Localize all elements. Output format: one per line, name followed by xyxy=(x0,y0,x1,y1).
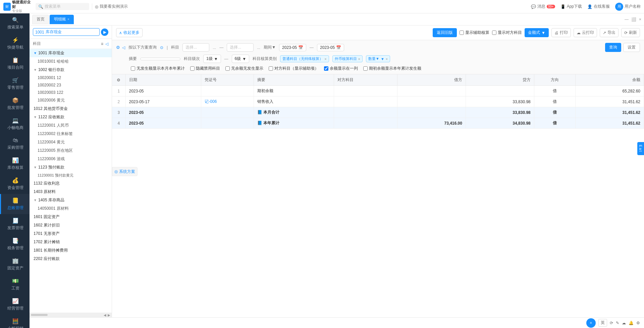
back-to-old-btn[interactable]: 返回旧版 xyxy=(433,28,457,37)
tree-item-10020001[interactable]: 10020001 12 xyxy=(30,74,112,81)
sidebar-item-ecommerce[interactable]: 💻 小畅电商 xyxy=(0,114,30,134)
sidebar-item-payroll[interactable]: 💵 工资 xyxy=(0,274,30,294)
sidebar-item-operations[interactable]: 📈 经营管理 xyxy=(0,294,30,315)
sidebar-item-capital[interactable]: 💰 资金管理 xyxy=(0,174,30,194)
app-download-btn[interactable]: 📱 App下载 xyxy=(560,4,582,9)
tag-foreign-currency[interactable]: 外币核算科目 × xyxy=(332,55,363,62)
sidebar-item-tax[interactable]: 📑 税务管理 xyxy=(0,234,30,254)
tag-close-icon2[interactable]: × xyxy=(358,57,360,61)
online-service-btn[interactable]: 👤 在线客服 xyxy=(587,4,610,9)
tag-quantity[interactable]: 数量▼ ▼ × xyxy=(366,55,390,62)
query-settings-icon[interactable]: ⚙ xyxy=(116,45,120,50)
tree-item-11220001[interactable]: 11220001 人民币 xyxy=(30,121,112,130)
float-btn[interactable]: ≡ xyxy=(586,318,596,328)
show-auxiliary-input[interactable] xyxy=(460,30,464,35)
expand-more-btn[interactable]: ∧ 收起更多 xyxy=(116,28,143,37)
tree-item-1403[interactable]: 1403 原材料 xyxy=(30,188,112,196)
account-selector[interactable]: 1001 库存现金 xyxy=(33,28,100,36)
tree-header-icon-list[interactable]: ≡ xyxy=(101,42,103,46)
tree-item-1601[interactable]: 1601 固定资产 xyxy=(30,213,112,221)
export-btn[interactable]: ↗ 导出 xyxy=(600,28,619,37)
cloud-icon[interactable]: ☁ xyxy=(622,321,626,325)
demo-btn[interactable]: ◎ 我要看实例演示 xyxy=(95,4,128,9)
window-minimize-icon[interactable]: — xyxy=(625,17,629,22)
col-balance[interactable]: 余额 xyxy=(576,74,644,86)
tree-item-1001[interactable]: ▼ 1001 库存现金 xyxy=(30,49,112,57)
tree-item-11230001[interactable]: 11230001 预付款黄元 xyxy=(30,172,112,179)
period-from-input[interactable]: 2023-05 📅 xyxy=(279,44,306,51)
tag-close-icon[interactable]: × xyxy=(324,57,326,61)
user-avatar[interactable]: 用 用户名称 xyxy=(615,3,641,11)
tree-header-icon-back[interactable]: ◁ xyxy=(105,42,108,46)
voucher-link[interactable]: 记-006 xyxy=(205,99,217,104)
tree-item-1801[interactable]: 1801 长期待摊费用 xyxy=(30,246,112,255)
refresh-btn[interactable]: ⟳ 刷新 xyxy=(621,28,640,37)
scroll-right-btn[interactable]: ▶ xyxy=(108,313,110,317)
tree-item-1602[interactable]: 1602 累计折旧 xyxy=(30,221,112,229)
tree-item-10010001[interactable]: 10010001 哈哈哈 xyxy=(30,57,112,66)
tree-item-1132[interactable]: 1132 应收利息 xyxy=(30,179,112,188)
tree-item-11220006[interactable]: 11220006 游戏 xyxy=(30,155,112,163)
bell-icon[interactable]: 🔔 xyxy=(629,321,634,325)
show-opposite-input[interactable] xyxy=(492,30,496,35)
sidebar-item-purchase[interactable]: 🛍 采购管理 xyxy=(0,134,30,154)
col-debit[interactable]: 借方 xyxy=(397,74,466,86)
sidebar-item-retail[interactable]: 🛒 零售管理 xyxy=(0,74,30,94)
tag-close-icon3[interactable]: × xyxy=(386,57,388,61)
sidebar-item-accounting[interactable]: 📒 总账管理 xyxy=(0,194,30,214)
tab-ledger[interactable]: 明细账 × xyxy=(50,15,74,24)
bottom-settings-icon[interactable]: ⚙ xyxy=(636,321,640,325)
sidebar-item-invoice[interactable]: 🧾 发票管理 xyxy=(0,214,30,234)
summary-input[interactable] xyxy=(140,58,180,60)
tree-item-10020002[interactable]: 10020002 23 xyxy=(30,81,112,89)
left-panel-scrollbar[interactable]: ◀ ▶ xyxy=(30,313,112,317)
cb-balance-one-col[interactable]: 余额显示在一列 xyxy=(324,66,358,71)
cb-no-amount-input[interactable] xyxy=(131,66,135,71)
refresh-icon[interactable]: ⟳ xyxy=(610,321,613,325)
subject-input-from[interactable]: 选择... xyxy=(182,43,209,52)
tree-item-1405[interactable]: ▼ 1405 库存商品 xyxy=(30,196,112,204)
tree-item-10020003[interactable]: 10020003 122 xyxy=(30,89,112,96)
cb-hide-disabled-input[interactable] xyxy=(190,66,195,71)
tree-item-1702[interactable]: 1702 累计摊销 xyxy=(30,238,112,246)
filter-toggle-btn[interactable]: ◎ 系统方案 xyxy=(112,167,138,176)
col-date[interactable]: 日期 xyxy=(125,74,201,86)
tab-home[interactable]: 首页 xyxy=(32,15,49,24)
tree-item-1002[interactable]: ▼ 1002 银行存款 xyxy=(30,66,112,74)
col-summary[interactable]: 摘要 xyxy=(254,74,334,86)
tree-item-2202[interactable]: 2202 应付账款 xyxy=(30,255,112,263)
sidebar-item-project-contract[interactable]: 📋 项目合同 xyxy=(0,54,30,74)
account-nav-next[interactable]: ▶ xyxy=(101,28,108,36)
filter-settings-icon[interactable]: ⊙ xyxy=(160,45,163,50)
tree-item-11220004[interactable]: 11220004 黄元 xyxy=(30,138,112,146)
cb-hide-disabled[interactable]: 隐藏禁用科目 xyxy=(190,66,220,71)
cb-no-amount[interactable]: 无发生额显示本月本年累计 xyxy=(131,66,185,71)
col-opposite-subject[interactable]: 对方科目 xyxy=(334,74,397,86)
tab-close-icon[interactable]: × xyxy=(67,17,69,21)
tree-item-1122[interactable]: ▼ 1122 应收账款 xyxy=(30,113,112,121)
period-label[interactable]: 期间▼ xyxy=(264,45,276,50)
sidebar-item-inventory[interactable]: 📊 库存核算 xyxy=(0,154,30,174)
sidebar-item-sales-report[interactable]: 🧮 小畅报销 xyxy=(0,315,30,328)
collapse-btn[interactable]: ◁ xyxy=(122,45,125,50)
sidebar-item-quick-nav[interactable]: ⚡ 快捷导航 xyxy=(0,34,30,54)
lang-btn[interactable]: 英 xyxy=(598,319,607,327)
level-from-select[interactable]: 1级 ▼ xyxy=(203,55,221,63)
tree-item-14050001[interactable]: 14050001 原材料 xyxy=(30,204,112,213)
show-auxiliary-check[interactable]: 显示辅助核算 xyxy=(460,30,489,36)
tree-item-11220005[interactable]: 11220005 所在地区 xyxy=(30,146,112,155)
sidebar-item-fixed-assets[interactable]: 🏢 固定资产 xyxy=(0,254,30,274)
cb-opposite-subject[interactable]: 对方科目（显示辅助项） xyxy=(269,66,319,71)
col-settings[interactable]: ⚙ xyxy=(112,74,125,86)
query-btn[interactable]: 查询 xyxy=(605,43,621,52)
tree-item-1701[interactable]: 1701 无形资产 xyxy=(30,229,112,238)
tag-normal-subject[interactable]: 普通科目（无特殊核算） × xyxy=(280,55,329,62)
sidebar-item-wholesale[interactable]: 📦 批发管理 xyxy=(0,94,30,114)
tree-item-10020006[interactable]: 10020006 黄元 xyxy=(30,96,112,105)
window-close-icon[interactable]: × xyxy=(639,17,641,22)
message-btn[interactable]: 💬 消息 99+ xyxy=(531,4,555,9)
col-credit[interactable]: 贷方 xyxy=(466,74,534,86)
window-restore-icon[interactable]: ⬜ xyxy=(631,17,636,22)
search-bar[interactable]: 🔍 搜索菜单 xyxy=(36,3,89,10)
subject-input-to[interactable]: 选择... xyxy=(227,43,254,52)
